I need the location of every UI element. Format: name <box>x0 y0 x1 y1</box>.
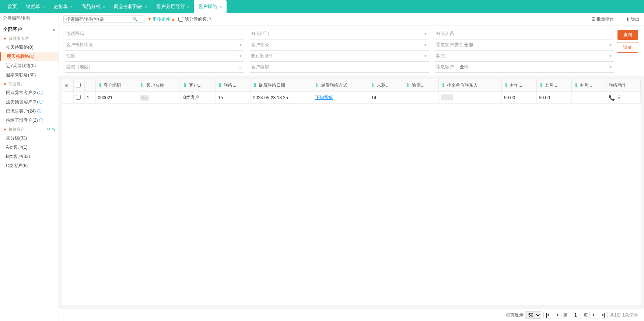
row-not-contacted: 14 <box>369 92 404 104</box>
select-all-checkbox[interactable] <box>76 83 81 87</box>
sidebar-search-input[interactable] <box>3 15 58 21</box>
status-dropdown-icon[interactable]: ▼ <box>609 54 612 58</box>
col-not-contacted-sort-icon[interactable]: ⇅ <box>371 83 375 88</box>
sidebar-pending-group: ▼ 待联络客户 <box>0 34 59 43</box>
close-product-analysis-list[interactable]: × <box>145 4 147 9</box>
row-action-more-icon[interactable]: ⠿ <box>617 95 621 101</box>
col-settings-header: ⚙ <box>62 79 73 92</box>
retail-attr-dropdown-icon[interactable]: ▼ <box>609 43 612 47</box>
sidebar-item-class-a[interactable]: A类客户(1) <box>0 143 59 152</box>
col-code-sort-icon[interactable]: ⇅ <box>98 83 102 88</box>
more-conditions-btn[interactable]: ▼ 更多条件 ▲ <box>147 16 175 23</box>
prev-page-btn[interactable]: < <box>554 312 561 318</box>
close-customer-contact[interactable]: × <box>220 4 222 9</box>
sidebar-item-7days[interactable]: 近7天待联络(0) <box>0 61 59 70</box>
nav-sales-order[interactable]: 销货单 × <box>21 0 49 13</box>
col-contact-sort-icon[interactable]: ⇅ <box>218 83 222 88</box>
customer-level-dropdown-icon[interactable]: ▼ <box>424 43 427 47</box>
close-purchase-order[interactable]: × <box>70 4 72 9</box>
col-type-sort-icon[interactable]: ⇅ <box>183 83 187 88</box>
page-size-dropdown[interactable]: 50 <box>525 311 541 319</box>
gender-dropdown-icon[interactable]: ▼ <box>239 54 242 58</box>
sidebar-item-overdue[interactable]: 逾期未联络(30) <box>0 70 59 80</box>
col-unit-contact-header: ⇅ 往来单位联系人 <box>439 79 502 92</box>
nav-customer-contact[interactable]: 客户联络 × <box>194 0 226 13</box>
close-sales-order[interactable]: × <box>42 4 45 9</box>
col-checkbox-header <box>73 79 84 92</box>
col-index-header <box>84 79 95 92</box>
my-customers-check[interactable]: 我分管的客户 <box>178 16 211 23</box>
col-overdue-sort-icon[interactable]: ⇅ <box>406 83 410 88</box>
retail-customer-dropdown-icon[interactable]: ▼ <box>609 65 612 69</box>
query-button[interactable]: 查询 <box>617 30 638 40</box>
col-unit-sort-icon[interactable]: ⇅ <box>441 83 445 88</box>
col-last-month-sort-icon[interactable]: ⇅ <box>539 83 543 88</box>
sidebar-collapse-icon[interactable]: « <box>53 27 56 32</box>
sidebar-item-repurchase[interactable]: 回购异常客户(2) ⓘ <box>0 88 59 97</box>
nav-product-analysis-list[interactable]: 商品分析列表 × <box>109 0 151 13</box>
row-this-year: 50.00 <box>502 92 537 104</box>
customer-price-dropdown-icon[interactable]: ▼ <box>239 43 242 47</box>
main-search-input[interactable] <box>66 17 132 22</box>
row-contact-count: 15 <box>216 92 251 104</box>
first-page-btn[interactable]: |< <box>543 312 552 318</box>
sidebar-item-declining[interactable]: 持续下滑客户(2) ⓘ <box>0 116 59 125</box>
filter-retail-attr: 零散客户属性 全部 ▼ <box>435 39 614 51</box>
sidebar: 🔍 全部客户 « ▼ 待联络客户 今天待联络(0) 明天待联络(1) 近7天待联… <box>0 13 59 321</box>
sidebar-item-ungrouped[interactable]: 未分组(32) <box>0 134 59 143</box>
filter-payment: 收付款条件 ▼ <box>250 51 429 62</box>
sidebar-item-class-c[interactable]: C类客户(6) <box>0 161 59 170</box>
table-area: ⚙ ⇅ 客户编码 ⇅ 客户名称 <box>62 79 641 306</box>
dept-dropdown-icon[interactable]: ▼ <box>424 32 427 36</box>
sidebar-item-class-b[interactable]: B类客户(33) <box>0 152 59 161</box>
payment-dropdown-icon[interactable]: ▼ <box>424 54 427 58</box>
next-page-btn[interactable]: > <box>589 312 597 318</box>
row-last-date: 2023-05-23 18:25: <box>251 92 313 104</box>
sidebar-value-group: ▼ 价值客户 ↻ ✎ <box>0 125 59 134</box>
sidebar-item-churn-warning[interactable]: 流失预警客户(3) ⓘ <box>0 97 59 107</box>
col-last-way-sort-icon[interactable]: ⇅ <box>315 83 319 88</box>
nav-product-analysis[interactable]: 商品分析 × <box>77 0 109 13</box>
filter-panel: 电话号码 分管部门 ▼ 分管人员 ··· 客户 <box>59 25 644 76</box>
row-overdue <box>404 92 439 104</box>
export-icon: ⬆ <box>626 17 630 22</box>
col-this-month-header: ⇅ 本月... <box>571 79 606 92</box>
nav-purchase-order[interactable]: 进货单 × <box>49 0 77 13</box>
col-last-month-header: ⇅ 上月... <box>536 79 571 92</box>
col-year-sort-icon[interactable]: ⇅ <box>504 83 508 88</box>
sidebar-all-customers[interactable]: 全部客户 « <box>0 23 59 34</box>
search-input-wrap[interactable]: 🔍 <box>63 15 144 23</box>
table-settings-icon[interactable]: ⚙ <box>64 83 69 88</box>
nav-home[interactable]: 首页 <box>3 0 21 13</box>
row-last-way-link[interactable]: 下销货单 <box>315 95 333 100</box>
row-checkbox[interactable] <box>76 95 81 100</box>
table-row: 1 000021 Ea B类客户 15 2023-05-23 18:25: 下销… <box>62 92 641 104</box>
close-customer-tier[interactable]: × <box>187 4 189 9</box>
settings-button[interactable]: 设置 <box>617 42 638 53</box>
more-conditions-arrow: ▲ <box>171 17 175 22</box>
region-more-icon[interactable]: ··· <box>239 65 242 70</box>
row-last-month: 50.00 <box>536 92 571 104</box>
export-btn[interactable]: ⬆ 导出 <box>626 16 640 23</box>
col-type-header: ⇅ 客户... <box>181 79 216 92</box>
col-this-month-sort-icon[interactable]: ⇅ <box>574 83 578 88</box>
page-size-select: 每页显示 50 <box>506 311 541 319</box>
nav-customer-tier[interactable]: 客户分层经营 × <box>152 0 194 13</box>
manager-more-icon[interactable]: ··· <box>609 31 612 37</box>
col-last-contact-way-header: ⇅ 最后联络方式 <box>313 79 369 92</box>
close-product-analysis[interactable]: × <box>103 4 105 9</box>
col-name-sort-icon[interactable]: ⇅ <box>140 83 144 88</box>
col-contact-header: ⇅ 联络... <box>216 79 251 92</box>
row-action-phone-icon[interactable]: 📞 <box>609 95 615 101</box>
sidebar-item-lost[interactable]: 已流失客户(24) ⓘ <box>0 107 59 116</box>
col-last-contact-date-header: ⇅ 最后联络日期 <box>251 79 313 92</box>
sidebar-item-tomorrow[interactable]: 明天待联络(1) <box>0 52 59 61</box>
page-number-input[interactable] <box>569 312 582 318</box>
sidebar-item-today[interactable]: 今天待联络(0) <box>0 43 59 52</box>
total-info: 共1页 1条记录 <box>610 312 638 318</box>
batch-ops-btn[interactable]: ☑ 批量操作 <box>591 16 614 23</box>
col-last-date-sort-icon[interactable]: ⇅ <box>253 83 257 88</box>
search-icon[interactable]: 🔍 <box>132 17 138 22</box>
my-customers-checkbox[interactable] <box>178 17 183 22</box>
last-page-btn[interactable]: >| <box>599 312 608 318</box>
